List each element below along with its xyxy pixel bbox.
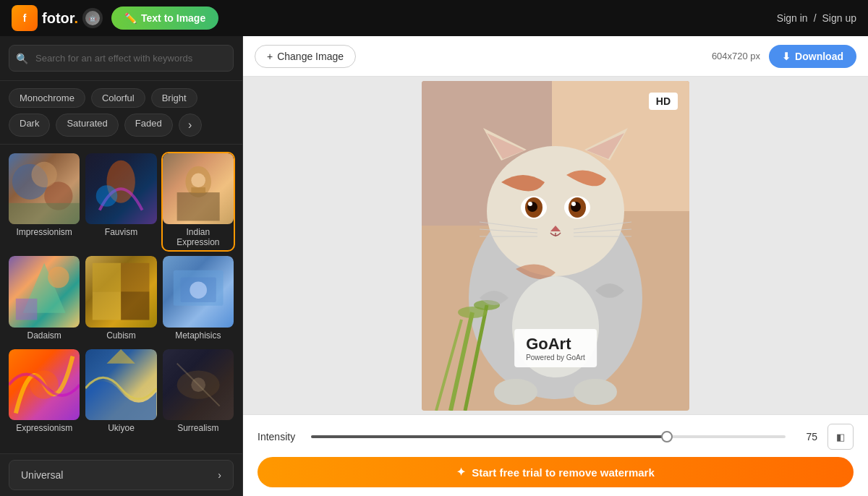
fauvism-svg (85, 153, 156, 224)
compare-button[interactable]: ◧ (827, 424, 854, 450)
svg-point-56 (574, 379, 617, 405)
universal-row: Universal › (0, 453, 242, 496)
text-to-image-button[interactable]: ✏️ Text to Image (111, 7, 218, 30)
header: f fotor. 🤖 ✏️ Text to Image Sign in / Si… (0, 0, 868, 36)
tag-monochrome[interactable]: Monochrome (9, 88, 85, 108)
search-input[interactable] (9, 45, 234, 72)
intensity-thumb (661, 431, 673, 442)
universal-arrow-icon: › (218, 469, 221, 481)
effect-thumb-ukiyoe (85, 349, 156, 420)
hd-badge: HD (649, 93, 678, 110)
effect-thumb-indian (163, 153, 234, 224)
watermark-remove-button[interactable]: ✦ Start free trial to remove watermark (258, 457, 854, 487)
universal-item[interactable]: Universal › (9, 460, 234, 490)
compare-icon: ◧ (836, 432, 845, 442)
sign-in-link[interactable]: Sign in (777, 12, 808, 24)
tag-dark[interactable]: Dark (9, 114, 50, 137)
effect-thumb-metaphysics (163, 256, 234, 327)
svg-point-11 (48, 267, 69, 288)
effect-label-ukiyoe: Ukiyoe (85, 420, 156, 436)
svg-rect-7 (176, 192, 219, 221)
ai-badge-inner: 🤖 (85, 11, 100, 25)
sign-up-link[interactable]: Sign up (822, 12, 856, 24)
effect-impressionism[interactable]: Impressionism (9, 153, 80, 250)
effect-thumb-fauvism (85, 153, 156, 224)
goart-brand-text: GoArt (526, 335, 585, 354)
svg-rect-9 (191, 187, 205, 193)
intensity-value: 75 (796, 431, 817, 442)
tag-bright[interactable]: Bright (151, 88, 197, 108)
header-left: f fotor. 🤖 ✏️ Text to Image (12, 5, 218, 31)
effects-grid: Impressionism Fauvism (9, 153, 234, 436)
bottom-controls: Intensity 75 ◧ ✦ Start free trial to rem… (243, 414, 868, 496)
svg-marker-13 (93, 263, 121, 291)
svg-rect-12 (16, 299, 37, 320)
search-icon: 🔍 (16, 53, 28, 64)
goart-watermark: GoArt Powered by GoArt (514, 329, 597, 367)
effect-thumb-impressionism (9, 153, 80, 224)
main-layout: 🔍 Monochrome Colorful Bright Dark Satura… (0, 36, 868, 496)
effect-label-dadaism: Dadaism (9, 328, 80, 343)
svg-point-41 (571, 202, 576, 206)
effect-metaphysics[interactable]: Metaphisics (163, 256, 234, 343)
thumb-indian-bg (163, 153, 234, 224)
tag-faded[interactable]: Faded (124, 114, 173, 137)
change-image-label: Change Image (277, 51, 344, 62)
effect-surrealism[interactable]: Surrealism (163, 349, 234, 436)
image-container: GoArt Powered by GoArt HD (422, 81, 689, 411)
svg-point-8 (191, 174, 205, 188)
change-image-button[interactable]: + Change Image (255, 45, 356, 68)
effect-dadaism[interactable]: Dadaism (9, 256, 80, 343)
filter-tags: Monochrome Colorful Bright Dark Saturate… (0, 81, 242, 145)
svg-rect-3 (9, 203, 80, 224)
ukiyoe-svg (85, 349, 156, 420)
effect-label-fauvism: Fauvism (85, 224, 156, 240)
download-icon: ⬇ (782, 51, 791, 62)
metaphysics-svg (163, 256, 234, 327)
surrealism-svg (163, 349, 234, 420)
svg-point-29 (487, 146, 624, 276)
thumb-expressionism-bg (9, 349, 80, 420)
svg-point-2 (31, 162, 56, 187)
thumb-cubism-bg (85, 256, 156, 327)
search-wrapper: 🔍 (9, 45, 234, 72)
logo-icon: f (12, 5, 38, 31)
tag-colorful[interactable]: Colorful (91, 88, 145, 108)
effect-indian-expression[interactable]: Indian Expression (163, 153, 234, 250)
effect-expressionism[interactable]: Expressionism (9, 349, 80, 436)
svg-point-19 (190, 282, 207, 299)
plus-icon: + (267, 51, 273, 62)
intensity-fill (311, 435, 667, 438)
svg-marker-15 (93, 292, 121, 320)
image-size-label: 604x720 px (712, 51, 760, 61)
header-right: Sign in / Sign up (777, 12, 856, 24)
tag-more-button[interactable]: › (179, 114, 202, 137)
download-label: Download (795, 51, 843, 62)
effect-label-impressionism: Impressionism (9, 224, 80, 240)
right-panel: + Change Image 604x720 px ⬇ Download (243, 36, 868, 496)
svg-marker-14 (121, 263, 149, 291)
impressionism-svg (9, 153, 80, 224)
left-panel: 🔍 Monochrome Colorful Bright Dark Satura… (0, 36, 243, 496)
thumb-impressionism-bg (9, 153, 80, 224)
text-to-image-label: Text to Image (141, 12, 205, 24)
logo: f fotor. 🤖 (12, 5, 103, 31)
right-toolbar-right: 604x720 px ⬇ Download (712, 45, 856, 68)
effect-cubism[interactable]: Cubism (85, 256, 156, 343)
universal-label: Universal (21, 469, 63, 481)
thumb-surrealism-bg (163, 349, 234, 420)
header-divider: / (814, 12, 817, 24)
effect-label-expressionism: Expressionism (9, 420, 80, 436)
indian-svg (163, 153, 234, 224)
thumb-ukiyoe-bg (85, 349, 156, 420)
thumb-metaphysics-bg (163, 256, 234, 327)
effect-fauvism[interactable]: Fauvism (85, 153, 156, 250)
effect-label-cubism: Cubism (85, 328, 156, 343)
download-button[interactable]: ⬇ Download (769, 45, 856, 68)
cat-image: GoArt Powered by GoArt (422, 81, 689, 411)
effect-ukiyoe[interactable]: Ukiyoe (85, 349, 156, 436)
tag-saturated[interactable]: Saturated (56, 114, 118, 137)
intensity-slider[interactable] (311, 435, 786, 438)
cubism-svg (85, 256, 156, 327)
effects-list: Impressionism Fauvism (0, 145, 242, 453)
